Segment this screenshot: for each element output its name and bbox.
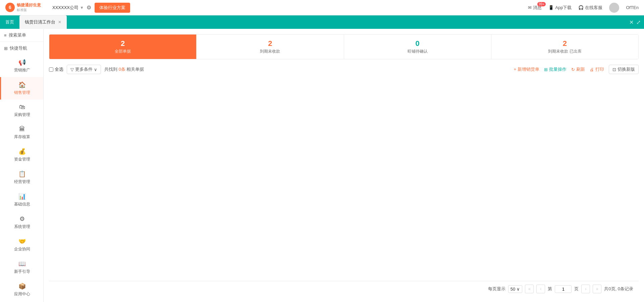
page-suffix: 页 — [574, 286, 579, 292]
sidebar-item-purchase[interactable]: 🛍 采购管理 — [0, 100, 43, 122]
total-text: 共0页, 0条记录 — [604, 286, 633, 292]
pagination: 每页显示 50 ∨ « ‹ 第 页 › » — [49, 281, 639, 297]
refresh-icon: ↻ — [571, 67, 575, 72]
stat-label-overdue: 到期未收款 — [203, 49, 337, 54]
sidebar-item-marketing[interactable]: 📢 营销推广 — [0, 55, 43, 77]
main-layout: ≡ 搜索菜单 ⊞ 快捷导航 📢 营销推广 🏠 销售管理 🛍 采购管理 🏛 库存核… — [0, 29, 644, 302]
prev-page-icon: ‹ — [540, 287, 541, 291]
username[interactable]: OfTEn — [626, 5, 639, 10]
found-suffix: 相关单据 — [126, 67, 144, 72]
purchase-icon: 🛍 — [19, 104, 25, 111]
app-icon: 📱 — [548, 5, 554, 10]
print-icon: 🖨 — [590, 67, 594, 72]
logo-text: 畅捷通好生意 — [17, 3, 41, 7]
online-service-btn[interactable]: 🎧 在线客服 — [578, 5, 602, 11]
tab-close-icon[interactable]: ✕ — [58, 20, 61, 24]
app-download-btn[interactable]: 📱 App下载 — [548, 5, 572, 11]
toolbar-left: 全选 ▽ 更多条件 ∨ 共找到 0条 相关单据 — [49, 65, 144, 74]
sidebar-item-finance[interactable]: 💰 资金管理 — [0, 144, 43, 166]
page-size-select[interactable]: 50 ∨ — [508, 285, 522, 293]
first-page-icon: « — [528, 287, 531, 291]
coop-label: 企业协同 — [14, 246, 30, 252]
sidebar-item-system[interactable]: ⚙ 系统管理 — [0, 211, 43, 234]
operation-icon: 📋 — [18, 170, 26, 178]
first-page-btn[interactable]: « — [525, 285, 534, 293]
last-page-btn[interactable]: » — [593, 285, 601, 293]
company-dropdown-icon: ▼ — [80, 5, 84, 10]
select-all-input[interactable] — [49, 67, 53, 72]
stat-label-all: 全部单据 — [56, 49, 190, 54]
stat-card-pending[interactable]: 0 旺铺待确认 — [344, 35, 491, 59]
quicknav-label: 快捷导航 — [10, 45, 27, 51]
refresh-btn[interactable]: ↻ 刷新 — [571, 66, 585, 72]
system-label: 系统管理 — [14, 224, 30, 230]
company-name: XXXXXX公司 — [52, 5, 78, 11]
message-btn[interactable]: ✉ 消息 99+ — [528, 5, 542, 11]
sidebar: ≡ 搜索菜单 ⊞ 快捷导航 📢 营销推广 🏠 销售管理 🛍 采购管理 🏛 库存核… — [0, 29, 44, 302]
sales-label: 销售管理 — [14, 90, 30, 96]
stat-card-shipped[interactable]: 2 到期未收款 已出库 — [491, 35, 638, 59]
select-all-checkbox[interactable]: 全选 — [49, 66, 63, 72]
sidebar-item-sales[interactable]: 🏠 销售管理 — [0, 77, 43, 100]
stat-num-all: 2 — [56, 39, 190, 48]
stats-row: 2 全部单据 2 到期未收款 0 旺铺待确认 2 到期未收款 已出库 — [49, 34, 639, 59]
print-btn[interactable]: 🖨 打印 — [590, 66, 604, 72]
system-icon: ⚙ — [19, 215, 25, 223]
content-area: 2 全部单据 2 到期未收款 0 旺铺待确认 2 到期未收款 已出库 — [44, 29, 644, 302]
marketing-label: 营销推广 — [14, 67, 30, 73]
header: 6 畅捷通好生意 标准版 XXXXXX公司 ▼ ⚙ 体验行业方案 ✉ 消息 99… — [0, 0, 644, 15]
stat-label-shipped: 到期未收款 已出库 — [498, 49, 632, 54]
prev-page-btn[interactable]: ‹ — [536, 285, 545, 293]
tab-workbench[interactable]: 钱货日清工作台 ✕ — [19, 15, 67, 29]
tab-home[interactable]: 首页 — [0, 15, 19, 29]
sidebar-item-operation[interactable]: 📋 经营管理 — [0, 166, 43, 189]
main-content: 2 全部单据 2 到期未收款 0 旺铺待确认 2 到期未收款 已出库 — [44, 29, 644, 302]
logo-area: 6 畅捷通好生意 标准版 — [5, 3, 49, 12]
filter-btn[interactable]: ▽ 更多条件 ∨ — [67, 65, 101, 74]
page-size-label: 每页显示 — [488, 286, 505, 292]
company-selector[interactable]: XXXXXX公司 ▼ — [52, 5, 84, 11]
appstore-label: 应用中心 — [14, 291, 30, 297]
sidebar-item-inventory[interactable]: 🏛 库存核算 — [0, 122, 43, 144]
message-badge: 99+ — [537, 2, 546, 6]
search-menu-icon: ≡ — [4, 33, 7, 38]
page-size-value: 50 — [511, 287, 515, 292]
quicknav-icon: ⊞ — [4, 46, 8, 51]
stat-card-overdue[interactable]: 2 到期未收款 — [197, 35, 344, 59]
sales-icon: 🏠 — [18, 81, 26, 88]
stat-card-all[interactable]: 2 全部单据 — [49, 35, 197, 59]
tab-workbench-label: 钱货日清工作台 — [25, 19, 55, 25]
search-menu-label: 搜索菜单 — [9, 32, 26, 38]
add-sale-btn[interactable]: + 新增销货单 — [514, 66, 539, 72]
marketing-icon: 📢 — [18, 59, 26, 66]
switch-label: 切换新版 — [618, 66, 635, 72]
finance-label: 资金管理 — [14, 157, 30, 162]
sidebar-item-baseinfo[interactable]: 📊 基础信息 — [0, 189, 43, 211]
tab-expand-icon[interactable]: ⤢ — [636, 19, 641, 25]
stat-num-shipped: 2 — [498, 39, 632, 48]
refresh-label: 刷新 — [576, 66, 585, 72]
found-prefix: 共找到 — [104, 67, 117, 72]
batch-operation-btn[interactable]: ⊞ 批量操作 — [544, 66, 567, 72]
message-icon: ✉ — [528, 5, 532, 10]
inventory-label: 库存核算 — [14, 134, 30, 140]
tab-close-all-icon[interactable]: ✕ — [629, 19, 634, 25]
page-size-arrow-icon: ∨ — [517, 287, 520, 292]
sidebar-item-appstore[interactable]: 📦 应用中心 — [0, 279, 43, 301]
next-page-icon: › — [585, 287, 586, 291]
sidebar-item-guide[interactable]: 📖 新手引导 — [0, 256, 43, 279]
last-page-icon: » — [596, 287, 598, 291]
sidebar-item-search[interactable]: ≡ 搜索菜单 — [0, 29, 43, 42]
settings-icon[interactable]: ⚙ — [87, 4, 91, 11]
next-page-btn[interactable]: › — [581, 285, 590, 293]
page-number-input[interactable] — [555, 285, 572, 293]
avatar[interactable] — [609, 3, 619, 13]
print-label: 打印 — [595, 66, 604, 72]
coop-icon: 🤝 — [18, 238, 26, 245]
switch-icon: ⊡ — [612, 67, 616, 72]
sidebar-item-coop[interactable]: 🤝 企业协同 — [0, 234, 43, 256]
sidebar-item-quicknav[interactable]: ⊞ 快捷导航 — [0, 42, 43, 55]
logo-icon: 6 — [5, 3, 15, 12]
experience-btn[interactable]: 体验行业方案 — [95, 3, 130, 13]
switch-new-version-btn[interactable]: ⊡ 切换新版 — [609, 65, 639, 74]
